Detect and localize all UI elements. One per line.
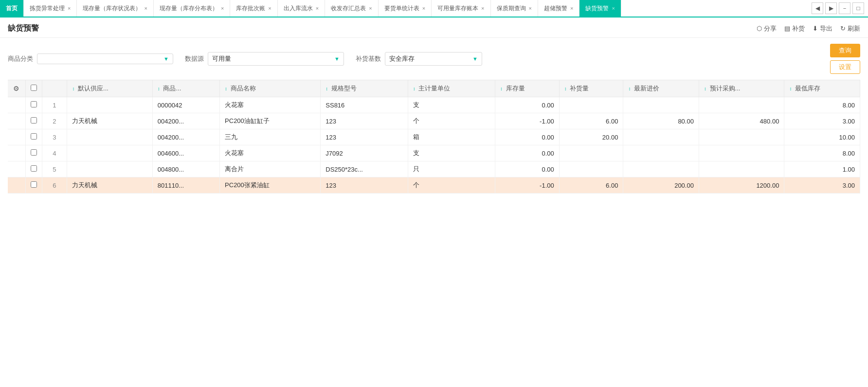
col-unit-label: 主计量单位: [418, 85, 450, 92]
replenish-icon: ▤: [784, 25, 790, 32]
row-checkbox[interactable]: [31, 165, 37, 172]
table-body: 1 0000042 火花塞 SS816 支 0.00 8.00 2 力天机械 0…: [8, 97, 860, 194]
col-min-stock-label: 最低库存: [795, 85, 820, 92]
nav-next-button[interactable]: ▶: [825, 2, 837, 14]
spec-sort-icon: ↕: [326, 86, 328, 91]
col-min-stock[interactable]: ↕ 最低库存: [784, 80, 860, 97]
export-label: 导出: [820, 24, 832, 33]
filter-bar: 商品分类 ▼ 数据源 可用量 ▼ 补货基数 安全库存 ▼ 查询 设置: [0, 38, 868, 80]
close-batch-icon[interactable]: ×: [268, 5, 271, 11]
col-forecast-purchase[interactable]: ↕ 预计采购...: [699, 80, 784, 97]
close-picking-icon[interactable]: ×: [68, 5, 71, 11]
filter-group-datasource: 数据源 可用量 ▼: [185, 52, 344, 66]
table-row: 1 0000042 火花塞 SS816 支 0.00 8.00: [8, 97, 860, 113]
row-checkbox[interactable]: [31, 101, 37, 107]
close-inv-dist-icon[interactable]: ×: [221, 5, 224, 11]
col-product-code-label: 商品...: [163, 85, 181, 92]
row-checkbox[interactable]: [31, 149, 37, 156]
row-checkbox[interactable]: [31, 181, 37, 188]
row-min-stock: 8.00: [784, 97, 860, 113]
row-forecast-purchase: [699, 161, 784, 177]
tab-summary[interactable]: 收发存汇总表 ×: [325, 0, 378, 17]
row-supplier: 力天机械: [67, 177, 152, 194]
replenish-action[interactable]: ▤ 补货: [784, 24, 805, 33]
gear-icon[interactable]: ⚙: [13, 85, 19, 92]
tab-home[interactable]: 首页: [0, 0, 24, 17]
share-action[interactable]: ⬡ 分享: [757, 24, 777, 33]
nav-maximize-button[interactable]: □: [852, 2, 864, 14]
close-shortage-icon[interactable]: ×: [612, 5, 615, 11]
col-unit[interactable]: ↕ 主计量单位: [408, 80, 495, 97]
close-order-stats-icon[interactable]: ×: [422, 5, 425, 11]
col-spec-label: 规格型号: [331, 85, 357, 92]
tab-inout-label: 出入库流水: [284, 4, 313, 13]
datasource-select[interactable]: 可用量 ▼: [208, 52, 344, 66]
close-overstock-icon[interactable]: ×: [570, 5, 573, 11]
replenish-base-select[interactable]: 安全库存 ▼: [385, 52, 482, 66]
tab-expiry[interactable]: 保质期查询 ×: [491, 0, 538, 17]
export-action[interactable]: ⬇ 导出: [813, 24, 832, 33]
query-button[interactable]: 查询: [830, 44, 860, 57]
row-product-name: 火花塞: [220, 97, 321, 113]
tab-picking-label: 拣货异常处理: [30, 4, 65, 13]
datasource-label: 数据源: [185, 54, 204, 63]
row-supplier: 力天机械: [67, 113, 152, 129]
col-replenish-qty[interactable]: ↕ 补货量: [559, 80, 623, 97]
refresh-label: 刷新: [848, 24, 860, 33]
col-forecast-label: 预计采购...: [710, 85, 741, 92]
row-latest-price: [623, 129, 699, 145]
row-unit: 支: [408, 97, 495, 113]
settings-button[interactable]: 设置: [830, 60, 860, 74]
tab-batch[interactable]: 库存批次账 ×: [230, 0, 277, 17]
page-content: 缺货预警 ⬡ 分享 ▤ 补货 ⬇ 导出 ↻ 刷新 商品分类: [0, 18, 868, 387]
close-inout-icon[interactable]: ×: [316, 5, 319, 11]
row-forecast-purchase: [699, 145, 784, 161]
row-product-name: 三九: [220, 129, 321, 145]
row-checkbox[interactable]: [31, 117, 37, 123]
row-latest-price: 200.00: [623, 177, 699, 194]
close-summary-icon[interactable]: ×: [369, 5, 372, 11]
page-title: 缺货预警: [8, 23, 757, 34]
row-stock: 0.00: [495, 161, 560, 177]
tab-inout[interactable]: 出入库流水 ×: [278, 0, 325, 17]
row-gear-cell: [8, 113, 25, 129]
col-stock[interactable]: ↕ 库存量: [495, 80, 560, 97]
tab-available-ledger[interactable]: 可用量库存账本 ×: [432, 0, 490, 17]
close-inv-status-icon[interactable]: ×: [144, 5, 147, 11]
row-latest-price: [623, 145, 699, 161]
row-forecast-purchase: [699, 129, 784, 145]
nav-minimize-button[interactable]: －: [839, 2, 850, 14]
row-number: 6: [42, 177, 67, 194]
row-stock: 0.00: [495, 129, 560, 145]
row-replenish-qty: 20.00: [559, 129, 623, 145]
col-supplier[interactable]: ↕ 默认供应...: [67, 80, 152, 97]
tab-picking[interactable]: 拣货异常处理 ×: [24, 0, 77, 17]
col-spec[interactable]: ↕ 规格型号: [321, 80, 408, 97]
row-checkbox[interactable]: [31, 133, 37, 140]
tab-inventory-dist[interactable]: 现存量（库存分布表） ×: [154, 0, 230, 17]
refresh-action[interactable]: ↻ 刷新: [840, 24, 860, 33]
close-expiry-icon[interactable]: ×: [529, 5, 532, 11]
row-product-code: 004600...: [152, 145, 219, 161]
nav-prev-button[interactable]: ◀: [812, 2, 823, 14]
row-number: 4: [42, 145, 67, 161]
page-header: 缺货预警 ⬡ 分享 ▤ 补货 ⬇ 导出 ↻ 刷新: [0, 18, 868, 38]
row-unit: 支: [408, 145, 495, 161]
tab-overstock[interactable]: 超储预警 ×: [538, 0, 579, 17]
tab-inventory-status[interactable]: 现存量（库存状况表） ×: [77, 0, 153, 17]
col-product-name[interactable]: ↕ 商品名称: [220, 80, 321, 97]
row-latest-price: 80.00: [623, 113, 699, 129]
col-product-code[interactable]: ↕ 商品...: [152, 80, 219, 97]
row-stock: 0.00: [495, 145, 560, 161]
col-supplier-label: 默认供应...: [78, 85, 108, 92]
table-row: 2 力天机械 004200... PC200油缸缸子 123 个 -1.00 6…: [8, 113, 860, 129]
datasource-arrow-icon: ▼: [334, 56, 340, 62]
tab-shortage[interactable]: 缺货预警 ×: [579, 0, 621, 17]
category-select[interactable]: ▼: [37, 53, 173, 64]
close-avail-ledger-icon[interactable]: ×: [481, 5, 484, 11]
select-all-checkbox[interactable]: [31, 85, 37, 91]
row-replenish-qty: 6.00: [559, 113, 623, 129]
tab-order-stats[interactable]: 要货单统计表 ×: [379, 0, 432, 17]
col-latest-price[interactable]: ↕ 最新进价: [623, 80, 699, 97]
col-row-num: [42, 80, 67, 97]
